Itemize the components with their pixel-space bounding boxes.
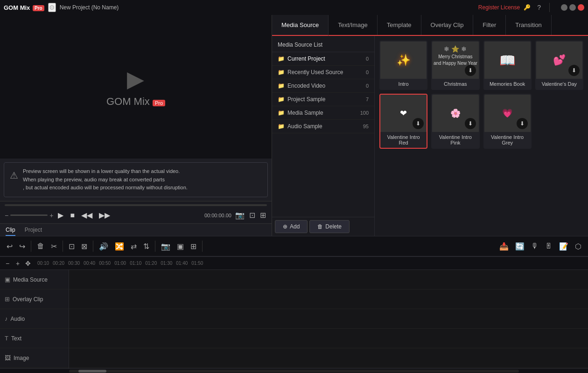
zoom-fit-button[interactable]: ✥ [23, 259, 33, 268]
template-card-valentine-intro-grey[interactable]: 💗 ⬇ Valentine Intro Grey [483, 94, 532, 149]
source-item-current-project[interactable]: 📁 Current Project 0 [272, 52, 374, 66]
split-clip-button[interactable]: ✂ [48, 240, 60, 253]
fade-in-button[interactable]: 🔀 [112, 240, 127, 253]
source-item-encoded-video[interactable]: 📁 Encoded Video 0 [272, 79, 374, 93]
settings-gear-icon[interactable]: ⚙ [48, 3, 56, 12]
voiceover-button[interactable]: 🎚 [542, 240, 555, 252]
tab-template[interactable]: Template [378, 15, 421, 35]
tab-overlay-clip[interactable]: Overlay Clip [421, 15, 474, 35]
source-count: 100 [360, 110, 369, 116]
source-count: 0 [366, 69, 369, 75]
sticker-button[interactable]: ⬡ [572, 240, 584, 253]
folder-icon: 📁 [278, 110, 285, 116]
snapshot-toolbar-button[interactable]: 📷 [158, 240, 173, 253]
source-count: 7 [366, 97, 369, 102]
source-label: Audio Sample [287, 123, 360, 130]
template-card-name: Intro [380, 79, 427, 89]
tab-transition[interactable]: Transition [506, 15, 552, 35]
zoom-out-button[interactable]: − [3, 259, 12, 268]
template-card-name: Memories Book [484, 79, 531, 89]
val-pink-icon: 🌸 [450, 108, 461, 118]
toolbar-sep-4 [155, 241, 155, 252]
prev-frame-button[interactable]: ◀◀ [79, 210, 94, 221]
tab-filter[interactable]: Filter [473, 15, 506, 35]
download-icon[interactable]: ⬇ [413, 118, 424, 129]
time-mark: 01:10 [128, 261, 143, 266]
template-card-christmas[interactable]: Merry Christmasand Happy New Year ⬇ Chri… [431, 41, 479, 90]
preview-notice: ⚠ Preview screen will be shown in a lowe… [4, 162, 268, 197]
crop-toolbar-button[interactable]: ⊞ [188, 240, 199, 253]
source-item-media-sample[interactable]: 📁 Media Sample 100 [272, 106, 374, 120]
delete-clip-button[interactable]: 🗑 [34, 240, 47, 252]
volume-slider[interactable] [10, 214, 48, 216]
import-button[interactable]: 📥 [497, 240, 511, 253]
close-button[interactable] [578, 4, 584, 11]
image-track-icon: 🖼 [5, 354, 11, 361]
narration-button[interactable]: 🎙 [528, 240, 541, 252]
template-card-memories-book[interactable]: 📖 Memories Book [483, 41, 532, 90]
template-thumb-val-pink: 🌸 ⬇ [432, 95, 478, 132]
time-mark: 00:40 [82, 261, 97, 266]
source-item-audio-sample[interactable]: 📁 Audio Sample 95 [272, 120, 374, 133]
volume-button[interactable]: 🔊 [96, 240, 111, 253]
trim-clip-button[interactable]: ⊡ [66, 240, 77, 253]
download-icon[interactable]: ⬇ [465, 65, 476, 76]
subtitle-button[interactable]: 📝 [556, 240, 571, 253]
download-icon[interactable]: ⬇ [465, 118, 476, 129]
delete-source-button[interactable]: 🗑 Delete [309, 220, 350, 233]
download-icon[interactable]: ⬇ [568, 65, 580, 76]
template-grid: ✨ Intro Merry Christmasand Happy New Yea… [375, 36, 588, 236]
source-count: 0 [366, 83, 369, 89]
source-label: Project Sample [287, 96, 363, 103]
help-icon[interactable]: ? [537, 4, 541, 11]
audio-track-label: Audio [11, 316, 25, 322]
template-card-intro[interactable]: ✨ Intro [379, 41, 427, 90]
track-row-audio[interactable] [69, 309, 588, 329]
zoom-in-button[interactable]: + [13, 259, 22, 268]
tab-media-source[interactable]: Media Source [272, 15, 329, 36]
stop-button[interactable]: ■ [68, 210, 77, 221]
timeline-scroll-thumb[interactable] [78, 370, 106, 373]
source-item-recently-used[interactable]: 📁 Recently Used Source 0 [272, 66, 374, 79]
download-icon[interactable]: ⬇ [517, 118, 528, 129]
template-card-valentines-day[interactable]: 💕 ⬇ Valentine's Day [535, 41, 583, 90]
add-source-button[interactable]: ⊕ Add [275, 220, 308, 233]
register-license-link[interactable]: Register License [478, 4, 520, 11]
track-row-overlay-clip[interactable] [69, 290, 588, 309]
undo-button[interactable]: ↩ [4, 240, 15, 253]
track-label-media-source: ▣ Media Source [0, 270, 69, 290]
snapshot-button[interactable]: 📷 [234, 210, 245, 221]
preview-controls: − + ▶ ■ ◀◀ ▶▶ 00:00:00.00 📷 ⊡ ⊞ [0, 201, 272, 223]
timeline-scroll-track[interactable] [69, 370, 519, 373]
media-source-track-icon: ▣ [5, 276, 10, 283]
redo-button[interactable]: ↪ [16, 240, 28, 253]
intro-sparkle: ✨ [397, 54, 411, 67]
export-button[interactable]: 🔄 [512, 240, 527, 253]
play-button[interactable]: ▶ [56, 210, 65, 221]
tab-project[interactable]: Project [25, 227, 42, 236]
track-row-image[interactable] [69, 348, 588, 368]
rotate-button[interactable]: ⇅ [140, 240, 152, 253]
speed-button[interactable]: ⇄ [128, 240, 140, 253]
timeline-ruler: − + ✥ 00:10 00:20 00:30 00:40 00:50 01:0… [0, 257, 588, 270]
next-frame-button[interactable]: ▶▶ [97, 210, 112, 221]
freeze-frame-button[interactable]: ⊠ [78, 240, 90, 253]
maximize-button[interactable] [569, 4, 576, 11]
time-mark: 00:20 [51, 261, 66, 266]
track-row-text[interactable] [69, 329, 588, 348]
tab-text-image[interactable]: Text/Image [329, 15, 378, 35]
template-card-valentine-intro-red[interactable]: ❤ ⬇ Valentine Intro Red [379, 94, 427, 149]
trim-button[interactable]: ⊡ [248, 210, 256, 221]
track-row-media-source[interactable] [69, 270, 588, 290]
tab-clip[interactable]: Clip [6, 227, 15, 236]
source-label: Current Project [287, 55, 363, 62]
minimize-button[interactable] [561, 4, 567, 11]
preview-progress-bar[interactable] [5, 204, 267, 206]
track-content[interactable] [69, 270, 588, 368]
template-area: ✨ Intro Merry Christmasand Happy New Yea… [375, 36, 588, 236]
source-count: 0 [366, 56, 369, 62]
color-button[interactable]: ▣ [174, 240, 187, 253]
template-card-valentine-intro-pink[interactable]: 🌸 ⬇ Valentine Intro Pink [431, 94, 479, 149]
source-item-project-sample[interactable]: 📁 Project Sample 7 [272, 93, 374, 106]
crop-button[interactable]: ⊞ [259, 210, 267, 221]
